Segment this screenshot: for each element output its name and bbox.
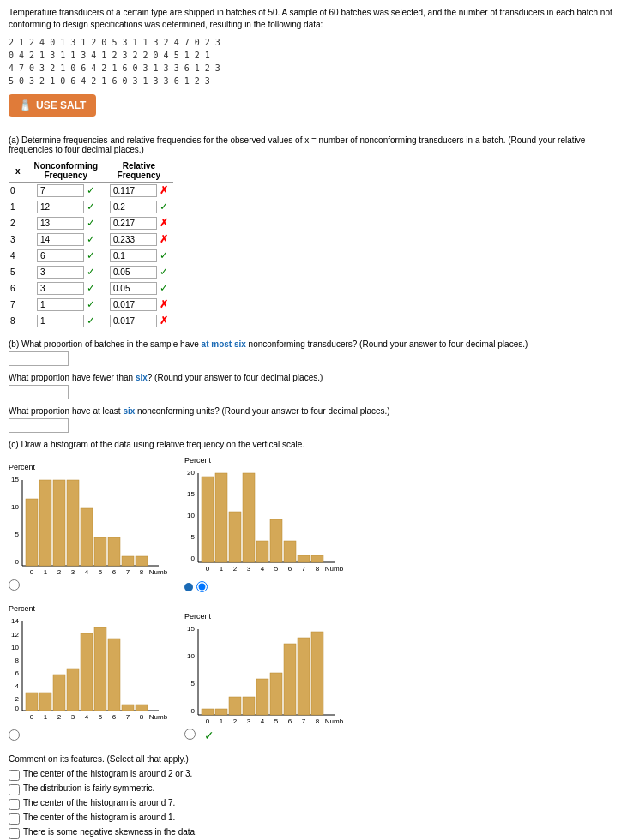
- hist1-ylabel: Percent: [9, 463, 35, 471]
- comment-checkbox-1[interactable]: [9, 784, 20, 795]
- x-value: 0: [9, 183, 27, 200]
- part-b-q2: What proportion have fewer than six? (Ro…: [9, 373, 612, 382]
- svg-text:6: 6: [15, 669, 20, 677]
- nonconforming-input[interactable]: [37, 233, 84, 246]
- svg-text:Number: Number: [149, 568, 167, 576]
- nonconforming-input[interactable]: [37, 217, 84, 230]
- relative-cell: ✓: [105, 248, 173, 264]
- svg-text:15: 15: [187, 490, 195, 498]
- svg-rect-89: [243, 697, 255, 715]
- svg-text:7: 7: [126, 713, 130, 721]
- nonconforming-input[interactable]: [37, 266, 84, 279]
- hist3-radio[interactable]: [9, 729, 20, 741]
- svg-rect-90: [256, 679, 268, 715]
- nonconf-status: ✓: [87, 201, 95, 213]
- relative-input[interactable]: [110, 282, 157, 295]
- svg-rect-7: [39, 480, 51, 566]
- use-salt-button[interactable]: 🧂 USE SALT: [9, 94, 96, 117]
- nonconforming-input[interactable]: [37, 315, 84, 327]
- relative-status: ✓: [160, 201, 168, 213]
- relative-input[interactable]: [110, 298, 157, 311]
- nonconforming-input[interactable]: [37, 282, 84, 295]
- svg-text:2: 2: [15, 695, 20, 703]
- hist4-radio[interactable]: [184, 729, 196, 740]
- nonconforming-input[interactable]: [37, 249, 84, 262]
- relative-input[interactable]: [110, 266, 157, 279]
- svg-text:0: 0: [206, 565, 210, 573]
- svg-text:3: 3: [247, 717, 251, 725]
- relative-input[interactable]: [110, 184, 157, 197]
- nonconf-status: ✓: [87, 282, 95, 294]
- highlight-six-1: six: [136, 373, 148, 382]
- relative-input[interactable]: [110, 315, 157, 327]
- part-c-label: (c) Draw a histogram of the data using r…: [9, 440, 612, 449]
- svg-text:4: 4: [15, 682, 20, 690]
- svg-text:5: 5: [274, 565, 279, 573]
- nonconf-status: ✓: [87, 217, 95, 229]
- svg-rect-91: [270, 673, 282, 715]
- svg-text:2: 2: [57, 568, 62, 576]
- hist2-radio[interactable]: [196, 581, 208, 592]
- nonconforming-cell: ✓: [27, 248, 105, 264]
- svg-text:15: 15: [187, 625, 195, 633]
- svg-rect-86: [202, 709, 214, 715]
- nonconforming-cell: ✓: [27, 280, 105, 297]
- comment-text: The distribution is fairly symmetric.: [23, 783, 154, 793]
- relative-input[interactable]: [110, 217, 157, 230]
- proportion-input-3[interactable]: [9, 418, 69, 433]
- x-value: 3: [9, 231, 27, 248]
- svg-text:15: 15: [11, 476, 19, 483]
- relative-cell: ✗: [105, 183, 173, 200]
- svg-text:3: 3: [71, 713, 75, 721]
- col-relative: RelativeFrequency: [105, 159, 173, 183]
- svg-text:8: 8: [140, 568, 144, 576]
- highlight-at-most-six: at most six: [202, 339, 246, 349]
- relative-status: ✓: [160, 249, 168, 261]
- svg-text:4: 4: [261, 717, 265, 725]
- frequency-table: x NonconformingFrequency RelativeFrequen…: [9, 159, 173, 329]
- proportion-input-2[interactable]: [9, 385, 69, 399]
- svg-rect-62: [39, 693, 51, 711]
- svg-text:5: 5: [191, 680, 196, 687]
- svg-rect-66: [94, 627, 106, 711]
- nonconforming-cell: ✓: [27, 231, 105, 248]
- x-value: 2: [9, 215, 27, 231]
- intro-text: Temperature transducers of a certain typ…: [9, 7, 612, 31]
- svg-rect-87: [215, 709, 227, 715]
- hist1-radio[interactable]: [9, 579, 20, 591]
- nonconforming-input[interactable]: [37, 184, 84, 197]
- nonconforming-input[interactable]: [37, 298, 84, 311]
- svg-text:6: 6: [288, 565, 292, 573]
- relative-input[interactable]: [110, 201, 157, 213]
- relative-status: ✗: [160, 184, 168, 196]
- table-row: 5 ✓ ✓: [9, 264, 173, 280]
- histograms-row-2: Percent 14 12 10 8 6 4 2 0: [9, 604, 612, 742]
- svg-text:0: 0: [206, 717, 210, 725]
- comment-text: There is some negative skewness in the d…: [23, 827, 197, 837]
- nonconforming-input[interactable]: [37, 201, 84, 213]
- svg-text:6: 6: [112, 713, 117, 721]
- proportion-input-1[interactable]: [9, 351, 69, 366]
- comment-checkbox-0[interactable]: [9, 770, 20, 781]
- svg-text:20: 20: [187, 469, 195, 477]
- svg-text:1: 1: [44, 713, 48, 721]
- svg-rect-9: [67, 480, 79, 566]
- comment-checkbox-2[interactable]: [9, 799, 20, 810]
- comment-checkbox-3[interactable]: [9, 813, 20, 825]
- svg-rect-65: [81, 633, 93, 711]
- svg-rect-39: [298, 555, 310, 562]
- svg-text:8: 8: [140, 713, 144, 721]
- relative-input[interactable]: [110, 233, 157, 246]
- histogram-2: Percent 20 15 10 5 0: [184, 456, 343, 592]
- comment-option: The center of the histogram is around 2 …: [9, 769, 612, 781]
- nonconforming-cell: ✓: [27, 297, 105, 313]
- relative-input[interactable]: [110, 249, 157, 262]
- svg-text:2: 2: [233, 565, 238, 573]
- part-b-section: (b) What proportion of batches in the sa…: [9, 339, 612, 433]
- x-value: 6: [9, 280, 27, 297]
- comment-checkbox-4[interactable]: [9, 828, 20, 839]
- svg-rect-63: [53, 675, 65, 711]
- svg-rect-36: [256, 541, 268, 562]
- nonconf-status: ✓: [87, 315, 95, 327]
- hist4-correct-check: ✓: [204, 729, 214, 742]
